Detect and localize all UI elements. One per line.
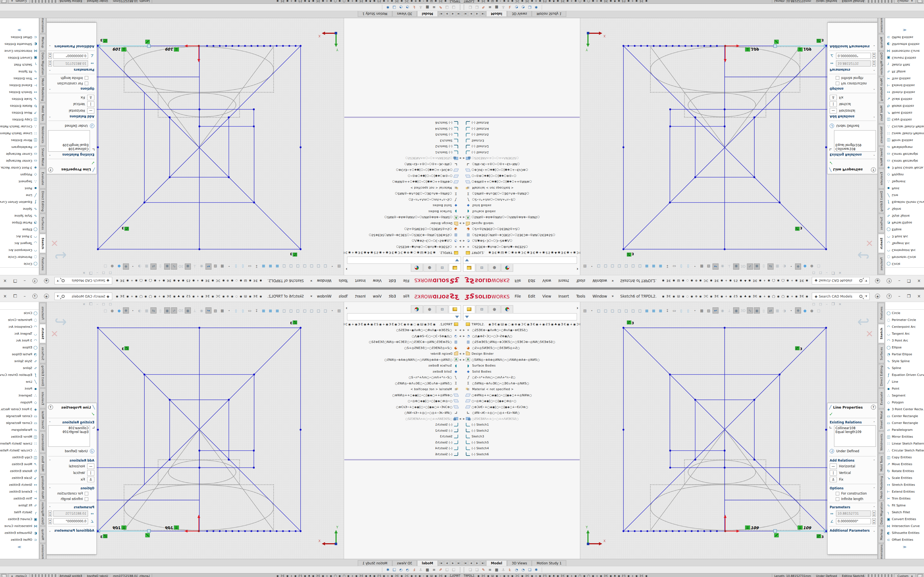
annotation-toolbar-icon[interactable]: ▦ xyxy=(493,568,500,572)
view-toolbar-icon[interactable]: ■ xyxy=(267,308,273,314)
expand-arrow-icon[interactable]: ▶ xyxy=(458,222,462,225)
view-toolbar-icon[interactable]: ■ xyxy=(644,308,650,314)
annotation-toolbar-icon[interactable]: ❏ xyxy=(391,568,397,572)
commandmanager-tab[interactable]: Features xyxy=(878,254,885,274)
flyout-more-chevron[interactable]: ≫ xyxy=(885,545,924,549)
options-header[interactable]: Options⌃ xyxy=(827,485,877,491)
tool-item[interactable]: ∷ Linear Sketch Pattern xyxy=(0,130,39,137)
tool-item[interactable]: ∷ Linear Sketch Pattern xyxy=(885,130,924,137)
relation-badge-3-diag[interactable]: 3 xyxy=(795,226,802,230)
view-toolbar-icon[interactable]: ▾ xyxy=(589,308,595,314)
tree-item[interactable]: ▶ ○5ИN◎∘⊕Λ∪ƎЄ○∘○ƎЄ∪Λ⊕∘◎NИ5○ xyxy=(462,380,580,386)
panel-help-icon[interactable]: ? xyxy=(871,167,876,172)
tree-item[interactable]: ▶ ○Ƨ∔◎5ИƎЄ5○∘○5ЄƎИ5◎∔Ƨ○ xyxy=(462,345,580,351)
tree-item[interactable]: ▶ ○Ƨ5⊕ƎЄ5○ИN◎∘⊕ƆƎЄ5○∘○5ƎЄƆ⊕∘◎NИ○5ЄƎ⊕5Ƨ○ xyxy=(462,232,580,238)
tool-item[interactable]: ∿ Fit Spline xyxy=(885,68,924,75)
rollback-bar[interactable] xyxy=(344,459,462,460)
tree-item[interactable]: ▶ (-) Sketch5 xyxy=(462,439,580,445)
expand-arrow-icon[interactable]: ▶ xyxy=(462,240,466,242)
expand-arrow-icon[interactable]: ▶ xyxy=(462,216,466,219)
tree-item[interactable]: ▶ ○⋀◉⊕Ƨ∘Ɔ○∘○Ɔ∘Ƨ⊕◉⋀○ xyxy=(344,333,462,339)
tool-item[interactable]: ◔ Partial Ellipse xyxy=(0,219,39,226)
annotation-toolbar-icon[interactable]: ✱ xyxy=(533,568,540,572)
tool-item[interactable]: ▭ Center Rectangle xyxy=(885,158,924,164)
tool-item[interactable]: ◫ Mirror Entities xyxy=(885,137,924,144)
annotation-toolbar-icon[interactable]: ◔ xyxy=(520,5,527,9)
commandmanager-tab[interactable]: Surfaces xyxy=(878,214,885,233)
menu-item[interactable]: Window xyxy=(592,279,607,283)
commandmanager-tab[interactable]: Surfaces xyxy=(40,344,46,363)
document-tab[interactable]: Motion Study 1 xyxy=(358,560,392,566)
tool-item[interactable]: ∴ Circular Sketch Pattern xyxy=(0,447,39,454)
tool-item[interactable]: ▪ Point xyxy=(0,385,39,392)
annotation-toolbar-icon[interactable]: Ŀ xyxy=(507,5,513,9)
commandmanager-tab[interactable]: Data Migration xyxy=(40,501,46,525)
tree-item[interactable]: ▶ ○⊕ИN◎∔+○◈◉[○∘○]◉◈○+∔◎NИ⊕○ xyxy=(462,179,580,185)
tree-item[interactable]: ▶ (-) Sketch2 xyxy=(462,427,580,434)
search-input[interactable]: Search CAD Models xyxy=(819,279,859,283)
restore-button[interactable]: ❐ xyxy=(904,278,914,283)
view-toolbar-icon[interactable]: □ xyxy=(302,308,308,314)
annotation-toolbar-icon[interactable]: ≡ xyxy=(487,5,493,9)
account-button[interactable]: ◉ xyxy=(872,278,883,283)
mdi-button[interactable]: × xyxy=(838,271,842,275)
exit-sketch-icon[interactable]: ↩ xyxy=(857,313,869,330)
tool-item[interactable]: ▪ Point xyxy=(885,385,924,392)
tree-item[interactable]: ▶ Sketch3 xyxy=(344,434,462,440)
search-input[interactable]: Search CAD Models xyxy=(819,294,859,298)
tool-item[interactable]: ◫ Copy Entities xyxy=(885,116,924,123)
view-toolbar-icon[interactable]: ▤ xyxy=(336,263,342,269)
tool-item[interactable]: ▭ Center Rectangle xyxy=(0,413,39,419)
tab-appearances[interactable] xyxy=(411,264,423,272)
existing-relations-header[interactable]: Existing Relations⌃ xyxy=(47,152,97,158)
tool-item[interactable]: ∴ Segment xyxy=(0,178,39,185)
panel-expand-arrow[interactable]: › xyxy=(577,305,578,311)
commandmanager-tab[interactable]: Evaluate xyxy=(40,388,46,408)
tree-item[interactable]: ▶ ○ИN∘∂Є∘∔◎○∘○◎∔∘Є∂∘NИ○ xyxy=(462,410,580,416)
tree-item[interactable]: ▶ ○Ƨ∔◎5ИƎЄ5○∘○5ЄƎИ5◎∔Ƨ○ xyxy=(462,226,580,232)
view-toolbar-icon[interactable]: □ xyxy=(616,263,622,269)
view-toolbar-icon[interactable]: ▦ xyxy=(144,263,150,269)
annotation-toolbar-icon[interactable]: Ŀ xyxy=(411,568,417,572)
tool-item[interactable]: ⋈ Intersection Curve xyxy=(0,522,39,529)
relation-button-icon[interactable]: — xyxy=(830,464,837,469)
tree-item[interactable]: ▶ (-) Sketch2 xyxy=(344,427,462,434)
tool-item[interactable]: ∴ Circular Sketch Pattern xyxy=(885,123,924,130)
minimize-button[interactable]: – xyxy=(895,294,904,299)
checkbox[interactable] xyxy=(836,492,839,495)
menu-item[interactable]: Window xyxy=(592,294,607,298)
view-toolbar-icon[interactable]: ▾ xyxy=(692,263,698,269)
menu-item[interactable]: Tools xyxy=(576,294,585,298)
add-relation-row[interactable]: | Vertical xyxy=(47,101,97,108)
tree-item[interactable]: ▶ ○5ИN◎∘⊕A⊕◎ИNΛ○∘○ΛNИ◎⊕A⊕∘◎NИ5○ xyxy=(462,357,580,363)
tool-item[interactable]: ╮ Sketch Fillet xyxy=(0,61,39,68)
tool-item[interactable]: ◠ 3 Point Arc xyxy=(885,337,924,344)
add-relation-row[interactable]: ⚓ Fix xyxy=(47,94,97,101)
toolbar-icon-row[interactable]: ◉ ƎЄ ◉ Ш ◉ ◌ ◉ ⊕ ◉ ƆС ◉ ƎЄ ◉ ∔ ◉ Ƨ5 ◉ ♣ … xyxy=(115,279,262,282)
commandmanager-tab[interactable]: Mold Tools xyxy=(878,103,885,123)
cancel-sketch-icon[interactable]: ✕ xyxy=(51,238,58,249)
angle-spinner[interactable]: ▲▼ xyxy=(872,53,876,59)
tool-item[interactable]: ◯ Ellipse xyxy=(0,344,39,351)
view-toolbar-icon[interactable]: □ xyxy=(616,308,622,314)
tool-item[interactable]: ⊢ Extend Entities xyxy=(885,82,924,89)
view-toolbar-icon[interactable]: ■ xyxy=(657,308,664,314)
mdi-button[interactable]: ◻ xyxy=(819,271,822,275)
tree-item[interactable]: ▶ ○⊕Ɔ∂Є∘∔○◈◉[○∘○]◉◈○∔∘Є∂Ɔ⊕○ xyxy=(344,167,462,173)
expand-arrow-icon[interactable]: ▶ xyxy=(458,417,462,420)
tool-item[interactable]: ∷ Linear Sketch Pattern xyxy=(885,440,924,447)
solidworks-status-icon[interactable] xyxy=(2,574,7,577)
tree-item[interactable]: ▶ Sketch3 xyxy=(344,138,462,144)
rollback-bar[interactable] xyxy=(462,117,580,118)
relation-entry[interactable]: Collinear108 xyxy=(835,147,874,151)
parameters-header[interactable]: Parameters⌃ xyxy=(827,67,877,73)
annotation-toolbar-icon[interactable]: ✎ xyxy=(437,568,444,572)
tool-item[interactable]: ◠ 3 Point Arc xyxy=(0,233,39,240)
mdi-button[interactable]: ◻ xyxy=(109,302,112,306)
relation-badge-equal-left[interactable]: 109 xyxy=(165,525,179,530)
tree-item[interactable]: ▶ (-) Sketch6 xyxy=(344,120,462,126)
view-toolbar-icon[interactable]: ◉ xyxy=(164,263,170,269)
tree-item[interactable]: ▶ ○Ƨ5ЄƎИΛ∩∔○∘○∔∩ΛИƎЄ5Ƨ○ xyxy=(344,416,462,422)
tree-item[interactable]: ▶ Design Binder xyxy=(344,220,462,226)
view-toolbar-icon[interactable]: ❖ xyxy=(795,263,801,269)
